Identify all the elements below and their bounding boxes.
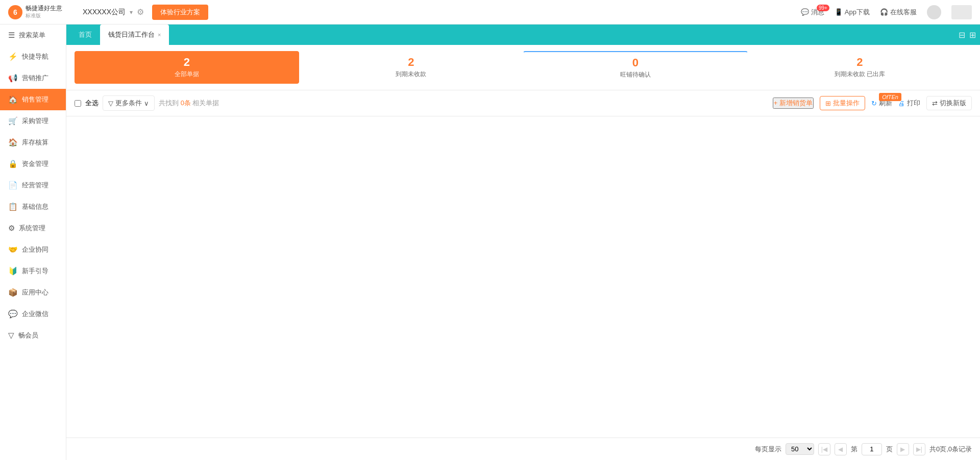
filter-label: 更多条件 bbox=[115, 99, 142, 108]
company-name: XXXXXX公司 bbox=[83, 8, 126, 17]
sidebar-item-system[interactable]: ⚙ 系统管理 bbox=[0, 217, 66, 239]
stat-label-overdue: 到期未收款 bbox=[308, 70, 515, 79]
sidebar-item-quick-nav[interactable]: ⚡ 快捷导航 bbox=[0, 46, 66, 67]
stat-label-all: 全部单据 bbox=[83, 70, 290, 79]
user-name[interactable] bbox=[951, 5, 972, 19]
sidebar-item-finance[interactable]: 🔒 资金管理 bbox=[0, 153, 66, 175]
pagination: 每页显示 50 100 200 |◀ ◀ 第 页 ▶ ▶| 共0页,0条记录 bbox=[66, 438, 980, 460]
member-icon: ▽ bbox=[8, 331, 14, 340]
page-of-label: 页 bbox=[886, 445, 893, 454]
app-download-button[interactable]: 📱 App下载 bbox=[835, 8, 870, 17]
app-center-icon: 📦 bbox=[8, 288, 18, 297]
finance-icon: 🔒 bbox=[8, 159, 18, 168]
switch-version-button[interactable]: ⇄ 切换新版 bbox=[926, 96, 972, 110]
switch-label: 切换新版 bbox=[940, 99, 966, 108]
sidebar-label-system: 系统管理 bbox=[19, 224, 45, 233]
filter-icon: ▽ bbox=[108, 100, 113, 107]
sidebar-item-sales[interactable]: 🏠 销售管理 bbox=[0, 89, 66, 110]
stat-card-overdue[interactable]: 2 到期未收款 bbox=[299, 51, 524, 84]
company-selector[interactable]: XXXXXX公司 ▾ bbox=[83, 8, 133, 17]
tab-home-label: 首页 bbox=[79, 30, 92, 39]
avatar[interactable] bbox=[927, 5, 941, 19]
sidebar-item-inventory[interactable]: 🏠 库存核算 bbox=[0, 132, 66, 153]
message-icon: 💬 bbox=[801, 8, 809, 16]
tab-bar-right: ⊟ ⊞ bbox=[959, 30, 976, 40]
tab-close-icon[interactable]: × bbox=[158, 32, 161, 38]
sidebar-item-member[interactable]: ▽ 畅会员 bbox=[0, 325, 66, 346]
refresh-icon: ↻ bbox=[871, 100, 877, 107]
operations-icon: 📄 bbox=[8, 181, 18, 190]
sales-icon: 🏠 bbox=[8, 95, 18, 104]
search-icon: ☰ bbox=[8, 31, 15, 40]
page-size-select[interactable]: 50 100 200 bbox=[786, 443, 814, 455]
message-button[interactable]: 💬 消息 99+ bbox=[801, 8, 824, 17]
sidebar-item-search[interactable]: ☰ 搜索菜单 bbox=[0, 25, 66, 46]
batch-operation-button[interactable]: ⊞ 批量操作 bbox=[820, 96, 865, 110]
prev-page-button[interactable]: ◀ bbox=[835, 443, 847, 455]
sidebar-item-guide[interactable]: 🔰 新手引导 bbox=[0, 260, 66, 282]
chevron-down-icon: ▾ bbox=[130, 9, 133, 16]
logo-area: 6 畅捷通好生意 标准版 bbox=[8, 5, 75, 20]
headset-icon: 🎧 bbox=[880, 8, 888, 16]
page-label: 第 bbox=[851, 445, 857, 454]
logo-sub: 标准版 bbox=[26, 12, 62, 19]
stat-number-shipped: 2 bbox=[756, 56, 964, 69]
batch-label: 批量操作 bbox=[833, 99, 860, 108]
sidebar-item-operations[interactable]: 📄 经营管理 bbox=[0, 175, 66, 196]
stat-number-overdue: 2 bbox=[308, 56, 515, 69]
content-area: 2 全部单据 2 到期未收款 0 旺铺待确认 2 到期未收款 已出库 全选 ▽ … bbox=[66, 45, 980, 460]
sidebar-label-wechat: 企业微信 bbox=[22, 309, 48, 319]
stat-label-shipped: 到期未收款 已出库 bbox=[756, 70, 964, 79]
message-badge: 99+ bbox=[817, 5, 829, 11]
stats-row: 2 全部单据 2 到期未收款 0 旺铺待确认 2 到期未收款 已出库 bbox=[66, 45, 980, 90]
next-page-button[interactable]: ▶ bbox=[897, 443, 909, 455]
stat-card-wangpu[interactable]: 0 旺铺待确认 bbox=[523, 51, 748, 84]
add-order-button[interactable]: + 新增销货单 bbox=[773, 98, 814, 109]
tab-home[interactable]: 首页 bbox=[70, 25, 100, 45]
sidebar-label-purchase: 采购管理 bbox=[22, 116, 48, 126]
tab-minimize-icon[interactable]: ⊟ bbox=[959, 30, 965, 40]
per-page-label: 每页显示 bbox=[755, 445, 781, 454]
first-page-button[interactable]: |◀ bbox=[818, 443, 830, 455]
try-industry-button[interactable]: 体验行业方案 bbox=[152, 5, 208, 20]
logo-name: 畅捷通好生意 bbox=[26, 5, 62, 13]
sidebar-item-basic-info[interactable]: 📋 基础信息 bbox=[0, 196, 66, 217]
sidebar-label-basic-info: 基础信息 bbox=[22, 202, 48, 211]
sidebar-label-guide: 新手引导 bbox=[22, 267, 48, 276]
stat-number-wangpu: 0 bbox=[532, 56, 739, 69]
toolbar: 全选 ▽ 更多条件 ∨ 共找到 0条 相关单据 + 新增销货单 ⊞ 批量操作 ↻… bbox=[66, 90, 980, 116]
sidebar-label-member: 畅会员 bbox=[18, 331, 38, 340]
tab-expand-icon[interactable]: ⊞ bbox=[969, 30, 976, 40]
select-all-checkbox[interactable] bbox=[75, 100, 81, 107]
tab-workbench[interactable]: 钱货日清工作台 × bbox=[100, 25, 169, 45]
sidebar-label-sales: 销售管理 bbox=[22, 95, 48, 104]
sidebar-label-finance: 资金管理 bbox=[22, 159, 48, 168]
select-all-label: 全选 bbox=[85, 99, 99, 108]
page-number-input[interactable] bbox=[862, 443, 882, 455]
sidebar-item-enterprise[interactable]: 🤝 企业协同 bbox=[0, 239, 66, 260]
often-badge: OfTEn bbox=[879, 93, 901, 101]
enterprise-icon: 🤝 bbox=[8, 245, 18, 254]
found-count: 0条 bbox=[181, 99, 191, 107]
sidebar-item-purchase[interactable]: 🛒 采购管理 bbox=[0, 110, 66, 132]
sidebar-item-app-center[interactable]: 📦 应用中心 bbox=[0, 282, 66, 303]
sidebar-label-operations: 经营管理 bbox=[22, 181, 48, 190]
print-button[interactable]: 🖨 打印 bbox=[898, 99, 920, 108]
filter-button[interactable]: ▽ 更多条件 ∨ bbox=[103, 95, 155, 111]
stat-number-all: 2 bbox=[83, 56, 290, 69]
page-summary: 共0页,0条记录 bbox=[929, 445, 972, 454]
inventory-icon: 🏠 bbox=[8, 138, 18, 147]
marketing-icon: 📢 bbox=[8, 74, 18, 83]
stat-card-all[interactable]: 2 全部单据 bbox=[75, 51, 299, 84]
stat-card-shipped[interactable]: 2 到期未收款 已出库 bbox=[748, 51, 972, 84]
batch-icon: ⊞ bbox=[825, 100, 831, 107]
print-label: 打印 bbox=[907, 99, 920, 108]
last-page-button[interactable]: ▶| bbox=[913, 443, 925, 455]
tab-workbench-label: 钱货日清工作台 bbox=[108, 30, 155, 39]
sidebar-item-wechat[interactable]: 💬 企业微信 bbox=[0, 303, 66, 325]
guide-icon: 🔰 bbox=[8, 267, 18, 276]
gear-icon[interactable]: ⚙ bbox=[137, 7, 144, 17]
top-header: 6 畅捷通好生意 标准版 XXXXXX公司 ▾ ⚙ 体验行业方案 💬 消息 99… bbox=[0, 0, 980, 25]
sidebar-item-marketing[interactable]: 📢 营销推广 bbox=[0, 67, 66, 89]
service-button[interactable]: 🎧 在线客服 bbox=[880, 8, 917, 17]
